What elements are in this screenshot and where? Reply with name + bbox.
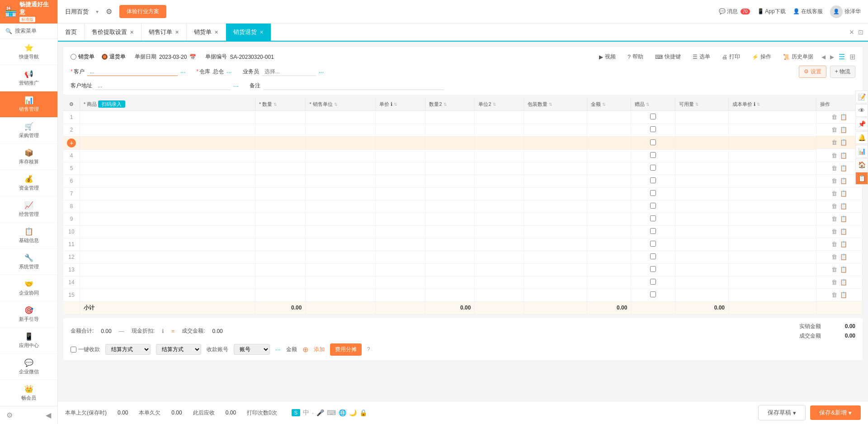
- gift-checkbox[interactable]: [650, 139, 656, 145]
- account-dots-btn[interactable]: ···: [275, 346, 281, 353]
- tab-sales-order[interactable]: 销售订单 ✕: [142, 24, 187, 41]
- panel-icon-5[interactable]: 📊: [855, 145, 868, 157]
- copy-row-icon[interactable]: 📋: [840, 291, 847, 298]
- gift-checkbox[interactable]: [650, 114, 656, 119]
- gift-checkbox[interactable]: [650, 279, 656, 285]
- tab-sales-return-close[interactable]: ✕: [259, 29, 264, 35]
- next-record-icon[interactable]: ▶: [830, 54, 834, 60]
- copy-row-icon[interactable]: 📋: [840, 190, 847, 197]
- col-price-sort[interactable]: ⇅: [394, 102, 397, 107]
- grid-view-icon[interactable]: ⊞: [849, 52, 855, 61]
- delete-row-icon[interactable]: 🗑: [831, 203, 837, 210]
- gift-checkbox[interactable]: [650, 266, 656, 272]
- col-amount-sort[interactable]: ⇅: [602, 102, 606, 107]
- delete-row-icon[interactable]: 🗑: [831, 215, 837, 222]
- save-new-btn[interactable]: 保存&新增 ▾: [810, 405, 861, 420]
- delete-row-icon[interactable]: 🗑: [831, 165, 837, 172]
- prev-record-icon[interactable]: ◀: [821, 54, 826, 60]
- delete-row-icon[interactable]: 🗑: [831, 114, 837, 120]
- scan-input-btn[interactable]: 扫码录入: [98, 100, 125, 108]
- gift-checkbox[interactable]: [650, 241, 656, 247]
- col-unit-sort[interactable]: ⇅: [334, 102, 338, 107]
- col-qty2-sort[interactable]: ⇅: [443, 102, 447, 107]
- fee-info-icon[interactable]: ?: [367, 346, 370, 353]
- sidebar-item-basic[interactable]: 📋 基础信息: [0, 223, 57, 249]
- copy-row-icon[interactable]: 📋: [840, 152, 847, 159]
- gift-checkbox[interactable]: [650, 152, 656, 158]
- tab-sales-single-close[interactable]: ✕: [214, 29, 218, 35]
- panel-icon-3[interactable]: 📌: [855, 118, 868, 130]
- user-profile-btn[interactable]: 👤 徐泽华: [830, 5, 861, 18]
- gift-checkbox[interactable]: [650, 165, 656, 171]
- sidebar-item-marketing[interactable]: 📢 营销推广: [0, 65, 57, 91]
- tool4-icon[interactable]: ⌨: [327, 409, 336, 416]
- sidebar-item-purchase[interactable]: 🛒 采购管理: [0, 118, 57, 144]
- date-value[interactable]: 2023-03-20: [159, 54, 187, 60]
- account-select[interactable]: 账号: [234, 344, 270, 355]
- gift-checkbox[interactable]: [650, 190, 656, 196]
- gift-checkbox[interactable]: [650, 203, 656, 209]
- delete-row-icon[interactable]: 🗑: [831, 177, 837, 184]
- copy-row-icon[interactable]: 📋: [840, 165, 847, 172]
- staff-input[interactable]: [262, 67, 316, 76]
- history-btn[interactable]: 📜 历史单据: [779, 52, 817, 62]
- sidebar-item-finance[interactable]: 💰 资金管理: [0, 170, 57, 196]
- sidebar-item-shortcut[interactable]: ⭐ 快捷导航: [0, 39, 57, 65]
- copy-row-icon[interactable]: 📋: [840, 177, 847, 184]
- print-btn[interactable]: 🖨 打印: [718, 52, 744, 62]
- sidebar-item-wechat[interactable]: 💬 企业微信: [0, 354, 57, 380]
- fee-split-btn[interactable]: 费用分摊: [330, 343, 362, 356]
- delete-row-icon[interactable]: 🗑: [831, 253, 837, 260]
- product-cell[interactable]: [80, 111, 255, 124]
- gift-checkbox[interactable]: [650, 177, 656, 183]
- panel-icon-7[interactable]: 📋: [855, 172, 868, 185]
- tab-price-settings[interactable]: 售价提取设置 ✕: [85, 24, 142, 41]
- staff-select-btn[interactable]: ···: [319, 68, 324, 76]
- product-cell[interactable]: [80, 124, 255, 136]
- delete-row-icon[interactable]: 🗑: [831, 291, 837, 298]
- delete-row-icon[interactable]: 🗑: [831, 228, 837, 235]
- topbar-dropdown-icon[interactable]: ▾: [96, 9, 99, 15]
- panel-icon-1[interactable]: 📝: [855, 91, 868, 103]
- message-btn[interactable]: 💬 消息 70: [719, 8, 750, 15]
- sidebar-item-apps[interactable]: 📱 应用中心: [0, 328, 57, 354]
- tool7-icon[interactable]: 🔒: [359, 409, 367, 416]
- tab-sales-return[interactable]: 销货退货 ✕: [226, 24, 271, 41]
- copy-row-icon[interactable]: 📋: [840, 228, 847, 235]
- sidebar-item-enterprise[interactable]: 🤝 企业协同: [0, 275, 57, 301]
- discount-info-icon[interactable]: ℹ: [162, 328, 164, 334]
- col-qty-sort[interactable]: ⇅: [274, 102, 277, 107]
- video-btn[interactable]: ▶ 视频: [595, 52, 619, 62]
- tab-home[interactable]: 首页: [58, 24, 85, 41]
- logistics-btn[interactable]: + 物流: [830, 66, 855, 78]
- app-download-btn[interactable]: 📱 App下载: [757, 8, 786, 15]
- one-click-payment-check[interactable]: 一键收款: [71, 346, 100, 353]
- col-gift-sort[interactable]: ⇅: [646, 102, 650, 107]
- col-settings[interactable]: ⚙: [63, 98, 80, 111]
- delete-row-icon[interactable]: 🗑: [831, 126, 837, 133]
- save-new-dropdown-icon[interactable]: ▾: [849, 410, 852, 416]
- tab-expand-icon[interactable]: ⊡: [858, 29, 863, 36]
- shortcut-s-icon[interactable]: S: [292, 409, 300, 416]
- copy-row-icon[interactable]: 📋: [840, 241, 847, 248]
- warehouse-select-btn[interactable]: ···: [226, 68, 232, 76]
- product-input-active[interactable]: [84, 139, 251, 146]
- sidebar-item-guide[interactable]: 🎯 新手引导: [0, 301, 57, 328]
- remark-input[interactable]: [263, 81, 444, 90]
- sidebar-item-member[interactable]: 👑 畅会员: [0, 380, 57, 406]
- tool2-icon[interactable]: ·: [312, 409, 314, 416]
- copy-row-icon[interactable]: 📋: [840, 114, 847, 120]
- gift-checkbox[interactable]: [650, 253, 656, 259]
- panel-icon-4[interactable]: 🔔: [855, 131, 868, 144]
- tab-sales-order-close[interactable]: ✕: [175, 29, 179, 35]
- tool1-icon[interactable]: 中: [303, 409, 309, 417]
- customer-select-btn[interactable]: ···: [180, 68, 186, 76]
- copy-row-icon[interactable]: 📋: [840, 139, 847, 146]
- settlement-method-select[interactable]: 结算方式: [105, 344, 151, 355]
- topbar-settings-icon[interactable]: ⚙: [106, 7, 112, 16]
- delete-row-icon[interactable]: 🗑: [831, 139, 837, 146]
- panel-icon-6[interactable]: 🏠: [855, 158, 868, 171]
- delete-row-icon[interactable]: 🗑: [831, 152, 837, 159]
- add-row-btn[interactable]: +: [67, 138, 76, 148]
- type-return-radio[interactable]: 退货单: [102, 53, 126, 61]
